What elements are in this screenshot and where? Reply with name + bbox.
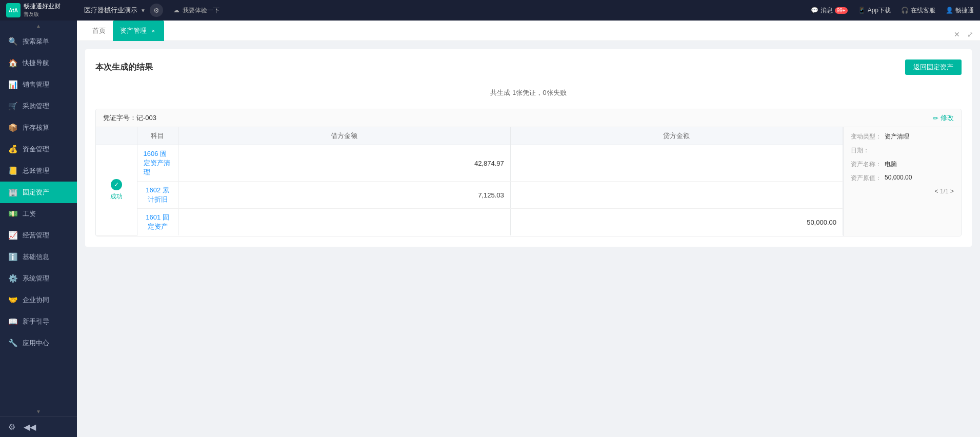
app-download-button[interactable]: 📱 App下载: [858, 6, 891, 15]
expand-panel-icon[interactable]: ⤢: [965, 29, 976, 40]
asset-name-row: 资产名称： 电脑: [851, 160, 954, 169]
message-icon: 💬: [811, 7, 818, 14]
next-page[interactable]: >: [950, 188, 954, 195]
change-type-value: 资产清理: [885, 132, 909, 141]
change-type-label: 变动类型：: [851, 132, 882, 141]
phone-icon: 📱: [858, 7, 866, 14]
sidebar-item-operations[interactable]: 📈 经营管理: [0, 225, 77, 246]
sidebar-item-fixed-assets[interactable]: 🏢 固定资产: [0, 182, 77, 203]
topbar: AtA 畅捷通好业财 普及版 医疗器械行业演示 ▼ ⚙ ☁ 我要体验一下 💬 消…: [0, 0, 980, 21]
online-service-button[interactable]: 🎧 在线客服: [901, 6, 935, 15]
return-button[interactable]: 返回固定资产: [905, 59, 962, 75]
sidebar-scroll-up[interactable]: ▲: [0, 21, 77, 31]
user-menu[interactable]: 👤 畅捷通: [946, 6, 974, 15]
fixed-assets-icon: 🏢: [8, 188, 17, 197]
close-panel-icon[interactable]: ✕: [951, 29, 963, 40]
sidebar-item-app-center[interactable]: 🔧 应用中心: [0, 332, 77, 354]
voucher-table-area: 科目 借方金额 贷方金额 ✓: [96, 127, 843, 236]
company-selector[interactable]: 医疗器械行业演示 ▼: [84, 6, 146, 15]
logo-icon: AtA: [6, 3, 21, 17]
tab-asset-mgmt-label: 资产管理: [120, 26, 147, 35]
topbar-right: 💬 消息 99 📱 App下载 🎧 在线客服 👤 畅捷通: [811, 6, 974, 15]
messages-label: 消息: [821, 6, 833, 15]
summary-line: 共生成 1张凭证，0张失败: [95, 83, 962, 103]
sidebar-item-guide[interactable]: 📖 新手引导: [0, 311, 77, 332]
sidebar-item-salary[interactable]: 💵 工资: [0, 203, 77, 225]
asset-name-label: 资产名称：: [851, 160, 882, 169]
result-header: 本次生成的结果 返回固定资产: [95, 59, 962, 75]
content-area: 首页 资产管理 × 本次生成的结果 返回固定资产 共生成 1张凭证，0张失败 凭…: [77, 21, 980, 437]
subject-3: 1601 固定资产: [137, 209, 178, 236]
col-credit: 贷方金额: [510, 127, 843, 145]
date-row: 日期：: [851, 146, 954, 155]
page-content: 本次生成的结果 返回固定资产 共生成 1张凭证，0张失败 凭证字号：记-003 …: [77, 41, 980, 437]
panel-controls: ✕ ⤢: [951, 29, 976, 40]
sidebar-label-app-center: 应用中心: [23, 339, 49, 348]
sidebar-label-inventory: 库存核算: [23, 123, 49, 132]
tab-asset-mgmt-close[interactable]: ×: [150, 27, 157, 34]
table-row: 1601 固定资产 50,000.00: [96, 209, 843, 236]
credit-1: [510, 145, 843, 182]
page-title: 本次生成的结果: [95, 62, 153, 73]
sidebar-item-inventory[interactable]: 📦 库存核算: [0, 117, 77, 138]
app-name: 畅捷通好业财: [24, 3, 61, 11]
sidebar-label-fixed-assets: 固定资产: [23, 188, 49, 197]
edit-label: 修改: [941, 113, 954, 123]
app-center-icon: 🔧: [8, 339, 17, 348]
sidebar-item-sales[interactable]: 📊 销售管理: [0, 74, 77, 95]
result-panel: 本次生成的结果 返回固定资产 共生成 1张凭证，0张失败 凭证字号：记-003 …: [85, 49, 972, 247]
sidebar-item-finance[interactable]: 💰 资金管理: [0, 138, 77, 160]
sidebar-label-operations: 经营管理: [23, 231, 49, 240]
subject-1: 1606 固定资产清理: [137, 145, 178, 182]
asset-value-value: 50,000.00: [885, 174, 912, 183]
page-indicator: 1/1: [940, 188, 950, 195]
user-icon: 👤: [946, 7, 953, 14]
voucher-body: 科目 借方金额 贷方金额 ✓: [96, 127, 961, 236]
credit-2: [510, 182, 843, 209]
operations-icon: 📈: [8, 231, 17, 240]
sidebar-label-finance: 资金管理: [23, 145, 49, 154]
app-download-label: App下载: [868, 6, 891, 15]
sidebar-item-quick-nav[interactable]: 🏠 快捷导航: [0, 52, 77, 74]
sidebar-item-ledger[interactable]: 📒 总账管理: [0, 160, 77, 182]
sales-icon: 📊: [8, 80, 17, 89]
sidebar-label-purchase: 采购管理: [23, 102, 49, 111]
table-row: ✓ 成功 1606 固定资产清理 42,874.97: [96, 145, 843, 182]
debit-2: 7,125.03: [178, 182, 510, 209]
sidebar-label-sales: 销售管理: [23, 80, 49, 89]
sidebar-item-enterprise[interactable]: 🤝 企业协同: [0, 289, 77, 311]
tab-home[interactable]: 首页: [85, 21, 113, 41]
online-service-label: 在线客服: [911, 6, 935, 15]
tab-asset-mgmt[interactable]: 资产管理 ×: [113, 21, 164, 41]
tab-bar: 首页 资产管理 ×: [77, 21, 980, 41]
sidebar-scroll-down[interactable]: ▼: [0, 406, 77, 416]
asset-name-value: 电脑: [885, 160, 897, 169]
sidebar-item-search[interactable]: 🔍 搜索菜单: [0, 31, 77, 52]
sidebar-item-system[interactable]: ⚙️ 系统管理: [0, 268, 77, 289]
status-cell: ✓ 成功: [96, 145, 137, 236]
pagination: < 1/1 >: [851, 188, 954, 195]
success-icon: ✓: [111, 179, 122, 190]
experience-text[interactable]: 我要体验一下: [183, 6, 219, 15]
debit-3: [178, 209, 510, 236]
bottom-settings-icon[interactable]: ⚙: [8, 422, 15, 432]
tab-home-label: 首页: [92, 26, 106, 35]
sidebar-collapse-icon[interactable]: ◀◀: [24, 422, 36, 432]
table-row: 1602 累计折旧 7,125.03: [96, 182, 843, 209]
prev-page[interactable]: <: [935, 188, 938, 195]
sidebar-label-guide: 新手引导: [23, 317, 49, 326]
sidebar-nav: 🔍 搜索菜单 🏠 快捷导航 📊 销售管理 🛒 采购管理 📦 库存核算 💰: [0, 31, 77, 406]
username: 畅捷通: [955, 6, 974, 15]
sidebar-item-purchase[interactable]: 🛒 采购管理: [0, 95, 77, 117]
headset-icon: 🎧: [901, 7, 909, 14]
subject-2: 1602 累计折旧: [137, 182, 178, 209]
sidebar-label-quick-nav: 快捷导航: [23, 58, 49, 68]
sidebar-bottom: ⚙ ◀◀: [0, 416, 77, 437]
sidebar-item-basic-info[interactable]: ℹ️ 基础信息: [0, 246, 77, 268]
voucher-block: 凭证字号：记-003 ✏ 修改 科目: [95, 109, 962, 236]
messages-button[interactable]: 💬 消息 99: [811, 6, 848, 15]
sidebar-label-basic-info: 基础信息: [23, 252, 49, 262]
col-subject: 科目: [137, 127, 178, 145]
edit-button[interactable]: ✏ 修改: [933, 113, 954, 123]
settings-icon[interactable]: ⚙: [150, 4, 163, 17]
